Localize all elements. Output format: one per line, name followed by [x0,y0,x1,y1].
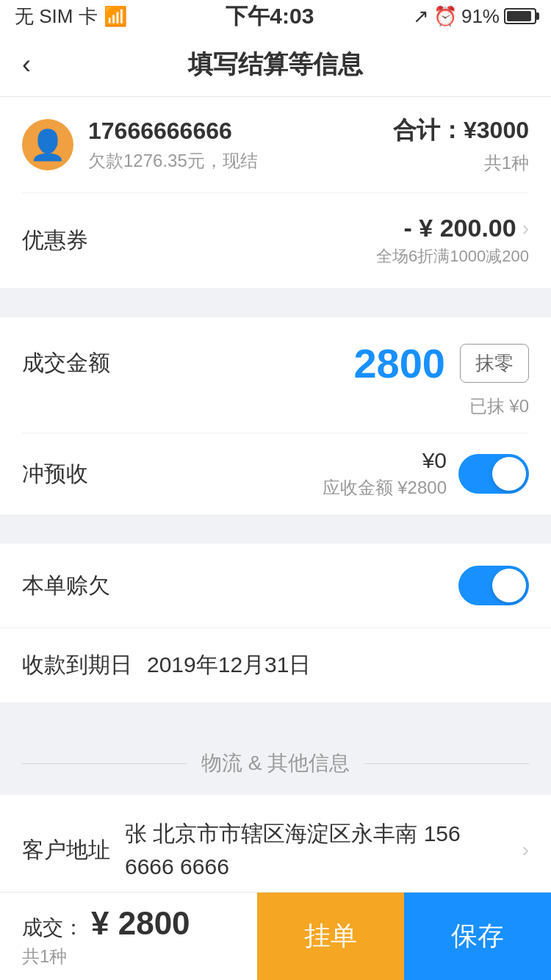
logistics-line-right [364,763,529,764]
section-gap-2 [0,529,551,544]
coupon-label: 优惠券 [22,226,88,256]
coupon-row[interactable]: 优惠券 - ¥ 200.00 › 全场6折满1000减200 [0,193,551,288]
prepay-label: 冲预收 [22,459,88,489]
due-row: 收款到期日 2019年12月31日 [0,627,551,702]
save-button[interactable]: 保存 [404,893,551,980]
due-date: 2019年12月31日 [147,650,311,680]
status-left: 无 SIM 卡 📶 [15,4,127,29]
credit-toggle-knob [492,569,526,602]
address-content: 张 北京市市辖区海淀区永丰南 156 6666 6666 [125,817,515,883]
wifi-icon: 📶 [104,5,127,28]
back-button[interactable]: ‹ [0,49,53,80]
logistics-line-left [22,763,187,764]
carrier-text: 无 SIM 卡 [15,4,98,29]
coupon-amount-row: - ¥ 200.00 › [404,214,529,242]
status-time: 下午4:03 [226,1,314,32]
location-icon: ↗ [413,5,429,28]
battery-icon [504,8,536,24]
bottom-deal-label: 成交： [22,914,84,942]
status-bar: 无 SIM 卡 📶 下午4:03 ↗ ⏰ 91% [0,0,551,32]
avatar-icon: 👤 [29,128,66,162]
page-title: 填写结算等信息 [188,48,363,82]
prepay-right: ¥0 应收金额 ¥2800 [323,448,529,500]
main-content: 👤 17666666666 欠款1276.35元，现结 合计：¥3000 共1种… [0,97,551,980]
deal-right: 2800 抹零 [353,339,529,387]
round-button[interactable]: 抹零 [460,344,529,383]
deal-sub: 已抹 ¥0 [0,394,551,433]
logistics-header: 物流 & 其他信息 [0,732,551,795]
avatar: 👤 [22,119,73,170]
bottom-summary: 成交： ¥ 2800 共1种 [0,893,257,980]
coupon-right: - ¥ 200.00 › 全场6折满1000减200 [376,214,529,267]
prepay-sub: 应收金额 ¥2800 [323,476,447,500]
address-row[interactable]: 客户地址 张 北京市市辖区海淀区永丰南 156 6666 6666 › [0,795,551,905]
total-amount: 合计：¥3000 [393,115,529,147]
due-label: 收款到期日 [22,650,132,680]
logistics-title: 物流 & 其他信息 [201,749,350,777]
credit-toggle[interactable] [458,566,529,605]
prepay-row: 冲预收 ¥0 应收金额 ¥2800 [0,433,551,514]
address-label: 客户地址 [22,835,110,865]
prepay-amount: ¥0 [323,448,447,473]
section-gap-3 [0,717,551,732]
bottom-deal-count: 共1种 [22,945,235,968]
user-phone: 17666666666 [88,118,393,145]
bottom-deal-amount: ¥ 2800 [91,905,190,942]
address-arrow-icon: › [522,838,529,862]
user-debt: 欠款1276.35元，现结 [88,149,393,173]
deal-label: 成交金额 [22,348,110,378]
credit-card: 本单赊欠 收款到期日 2019年12月31日 [0,544,551,702]
user-info: 17666666666 欠款1276.35元，现结 [88,118,393,173]
total-count: 共1种 [393,151,529,175]
section-gap-1 [0,303,551,317]
user-row: 👤 17666666666 欠款1276.35元，现结 合计：¥3000 共1种 [0,97,551,192]
deal-amount: 2800 [353,339,445,387]
alarm-icon: ⏰ [433,5,457,28]
coupon-arrow-icon: › [522,217,529,240]
user-card: 👤 17666666666 欠款1276.35元，现结 合计：¥3000 共1种… [0,97,551,288]
deal-card: 成交金额 2800 抹零 已抹 ¥0 冲预收 ¥0 应收金额 ¥2800 [0,317,551,514]
coupon-amount: - ¥ 200.00 [404,214,516,242]
credit-row: 本单赊欠 [0,544,551,627]
bottom-bar: 成交： ¥ 2800 共1种 挂单 保存 [0,892,551,980]
address-card: 客户地址 张 北京市市辖区海淀区永丰南 156 6666 6666 › [0,795,551,905]
user-total: 合计：¥3000 共1种 [393,115,529,175]
deal-row: 成交金额 2800 抹零 [0,317,551,394]
coupon-desc: 全场6折满1000减200 [376,245,529,267]
toggle-knob [492,457,526,491]
battery-percent: 91% [461,5,500,28]
nav-bar: ‹ 填写结算等信息 [0,32,551,97]
status-right: ↗ ⏰ 91% [413,5,536,28]
bottom-deal: 成交： ¥ 2800 [22,905,235,942]
hang-button[interactable]: 挂单 [257,893,404,980]
prepay-toggle[interactable] [458,454,529,494]
prepay-amount-block: ¥0 应收金额 ¥2800 [323,448,447,500]
credit-label: 本单赊欠 [22,571,110,601]
